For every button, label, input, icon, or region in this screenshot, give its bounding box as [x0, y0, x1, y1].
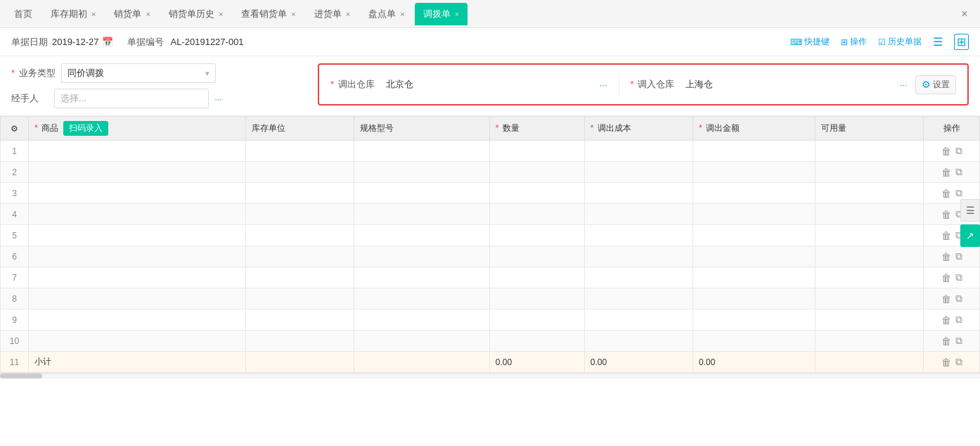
handler-select[interactable]: 选择...: [54, 89, 209, 108]
row-6-product[interactable]: [29, 246, 246, 267]
delete-row-1-button[interactable]: 🗑: [941, 146, 951, 157]
row-5-product[interactable]: [29, 225, 246, 246]
row-7-product[interactable]: [29, 267, 246, 288]
window-close-button[interactable]: ×: [955, 4, 974, 24]
row-5-qty[interactable]: [489, 225, 584, 246]
row-10-amount[interactable]: [693, 331, 815, 352]
row-9-amount[interactable]: [693, 310, 815, 331]
tab-sales-history[interactable]: 销货单历史 ×: [160, 3, 231, 25]
row-2-qty[interactable]: [489, 162, 584, 183]
copy-row-6-button[interactable]: ⧉: [955, 250, 962, 262]
delete-row-4-button[interactable]: 🗑: [941, 209, 951, 220]
row-4-spec[interactable]: [354, 204, 489, 225]
copy-row-8-button[interactable]: ⧉: [955, 293, 962, 305]
row-9-qty[interactable]: [489, 310, 584, 331]
tab-close-sales-order[interactable]: ×: [146, 10, 150, 18]
business-type-select[interactable]: 同价调拨 ▾: [61, 63, 216, 83]
row-4-unit[interactable]: [245, 204, 354, 225]
row-7-spec[interactable]: [354, 267, 489, 288]
row-6-unit[interactable]: [245, 246, 354, 267]
row-2-spec[interactable]: [354, 162, 489, 183]
row-8-product[interactable]: [29, 288, 246, 310]
operations-button[interactable]: ⊞ 操作: [841, 36, 867, 48]
row-3-cost[interactable]: [584, 183, 692, 204]
row-6-spec[interactable]: [354, 246, 489, 267]
row-6-cost[interactable]: [584, 246, 692, 267]
tab-close-sales-history[interactable]: ×: [219, 10, 223, 18]
row-7-qty[interactable]: [489, 267, 584, 288]
row-5-spec[interactable]: [354, 225, 489, 246]
row-9-spec[interactable]: [354, 310, 489, 331]
tab-close-view-sales[interactable]: ×: [291, 10, 295, 18]
row-1-cost[interactable]: [584, 141, 692, 162]
row-3-spec[interactable]: [354, 183, 489, 204]
row-8-unit[interactable]: [245, 288, 354, 310]
delete-row-11-button[interactable]: 🗑: [941, 357, 951, 368]
row-1-qty[interactable]: [489, 141, 584, 162]
tab-view-sales[interactable]: 查看销货单 ×: [233, 3, 304, 25]
row-6-amount[interactable]: [693, 246, 815, 267]
row-6-qty[interactable]: [489, 246, 584, 267]
row-8-qty[interactable]: [489, 288, 584, 310]
delete-row-5-button[interactable]: 🗑: [941, 230, 951, 241]
history-button[interactable]: ☑ 历史单据: [878, 36, 922, 48]
copy-row-7-button[interactable]: ⧉: [955, 272, 962, 283]
row-10-unit[interactable]: [245, 331, 354, 352]
row-3-product[interactable]: [29, 183, 246, 204]
tab-inventory-init[interactable]: 库存期初 ×: [42, 3, 104, 25]
tab-home[interactable]: 首页: [6, 3, 41, 25]
row-8-amount[interactable]: [693, 288, 815, 310]
tab-close-transfer[interactable]: ×: [455, 10, 459, 18]
row-10-qty[interactable]: [489, 331, 584, 352]
delete-row-9-button[interactable]: 🗑: [941, 314, 951, 326]
tab-close-inventory-init[interactable]: ×: [91, 10, 96, 18]
row-8-spec[interactable]: [354, 288, 489, 310]
tab-close-purchase-order[interactable]: ×: [346, 10, 350, 18]
delete-row-10-button[interactable]: 🗑: [941, 336, 951, 347]
copy-row-2-button[interactable]: ⧉: [955, 166, 962, 178]
row-4-cost[interactable]: [584, 204, 692, 225]
tab-transfer[interactable]: 调拨单 ×: [415, 3, 468, 25]
row-5-unit[interactable]: [245, 225, 354, 246]
warehouse-out-more-button[interactable]: ···: [600, 79, 607, 90]
row-7-amount[interactable]: [693, 267, 815, 288]
row-2-amount[interactable]: [693, 162, 815, 183]
row-4-product[interactable]: [29, 204, 246, 225]
tab-close-inventory-count[interactable]: ×: [400, 10, 404, 18]
copy-row-1-button[interactable]: ⧉: [955, 145, 962, 157]
delete-row-3-button[interactable]: 🗑: [941, 188, 951, 199]
side-external-button[interactable]: ↗: [960, 224, 980, 247]
row-9-product[interactable]: [29, 310, 246, 331]
tab-sales-order[interactable]: 销货单 ×: [105, 3, 158, 25]
row-1-unit[interactable]: [245, 141, 354, 162]
row-3-amount[interactable]: [693, 183, 815, 204]
delete-row-6-button[interactable]: 🗑: [941, 251, 951, 262]
delete-row-7-button[interactable]: 🗑: [941, 272, 951, 283]
row-4-qty[interactable]: [489, 204, 584, 225]
side-list-button[interactable]: ☰: [960, 199, 980, 222]
copy-row-11-button[interactable]: ⧉: [955, 356, 962, 368]
row-2-unit[interactable]: [245, 162, 354, 183]
horizontal-scrollbar[interactable]: [0, 373, 980, 378]
row-10-cost[interactable]: [584, 331, 692, 352]
shortcuts-button[interactable]: ⌨ 快捷键: [790, 36, 830, 48]
row-8-cost[interactable]: [584, 288, 692, 310]
row-7-cost[interactable]: [584, 267, 692, 288]
row-1-amount[interactable]: [693, 141, 815, 162]
row-4-amount[interactable]: [693, 204, 815, 225]
warehouse-in-more-button[interactable]: ···: [899, 79, 907, 90]
row-2-cost[interactable]: [584, 162, 692, 183]
row-7-unit[interactable]: [245, 267, 354, 288]
settings-button[interactable]: ⚙ 设置: [915, 75, 956, 94]
copy-row-10-button[interactable]: ⧉: [955, 335, 962, 347]
scrollbar-thumb[interactable]: [0, 374, 42, 378]
row-10-product[interactable]: [29, 331, 246, 352]
list-view-button[interactable]: ☰: [933, 35, 943, 49]
table-view-button[interactable]: ⊞: [954, 34, 969, 50]
calendar-icon[interactable]: 📅: [102, 37, 113, 47]
row-3-qty[interactable]: [489, 183, 584, 204]
row-9-cost[interactable]: [584, 310, 692, 331]
row-5-amount[interactable]: [693, 225, 815, 246]
row-2-product[interactable]: [29, 162, 246, 183]
row-9-unit[interactable]: [245, 310, 354, 331]
